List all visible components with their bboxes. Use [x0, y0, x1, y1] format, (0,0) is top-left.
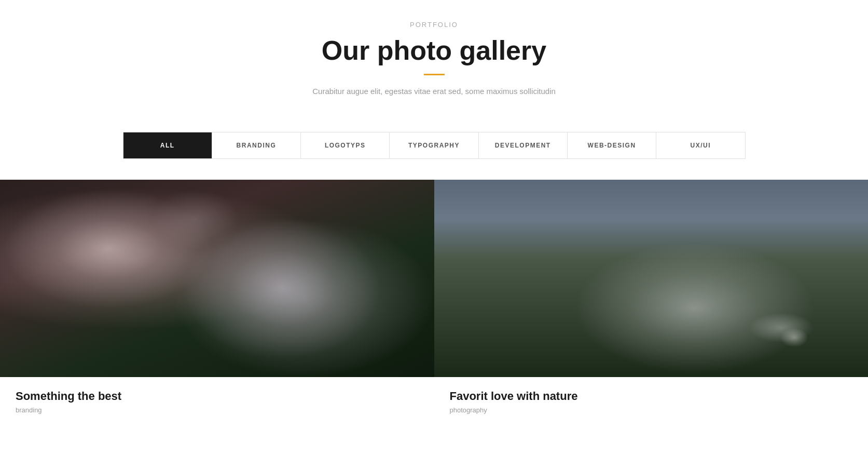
filter-tab-ux-ui[interactable]: UX/UI	[656, 132, 745, 158]
filter-tab-development[interactable]: DEVELOPMENT	[479, 132, 568, 158]
gallery-item-1[interactable]: Something the best branding	[0, 180, 434, 424]
filter-tab-typography[interactable]: TYPOGRAPHY	[390, 132, 478, 158]
gallery-caption-1: Something the best branding	[0, 377, 434, 424]
gallery-caption-2: Favorit love with nature photography	[434, 377, 869, 424]
filter-nav: ALL BRANDING LOGOTYPS TYPOGRAPHY DEVELOP…	[123, 132, 746, 159]
title-divider	[424, 74, 445, 75]
gallery-image-2	[434, 180, 869, 377]
filter-tab-branding[interactable]: BRANDING	[212, 132, 301, 158]
gallery-item-title-1: Something the best	[16, 390, 419, 403]
gallery-subtitle: Curabitur augue elit, egestas vitae erat…	[10, 87, 858, 96]
filter-tab-web-design[interactable]: WEB-DESIGN	[568, 132, 656, 158]
page-wrapper: PORTFOLIO Our photo gallery Curabitur au…	[0, 0, 868, 424]
page-title: Our photo gallery	[10, 36, 858, 65]
gallery-image-1	[0, 180, 434, 377]
gallery-item-category-2: photography	[450, 406, 853, 414]
portfolio-label: PORTFOLIO	[10, 21, 858, 29]
gallery-item-category-1: branding	[16, 406, 419, 414]
filter-tab-all[interactable]: ALL	[123, 132, 212, 158]
filter-tab-logotyps[interactable]: LOGOTYPS	[301, 132, 390, 158]
gallery-grid: Something the best branding Favorit love…	[0, 180, 868, 424]
gallery-item-title-2: Favorit love with nature	[450, 390, 853, 403]
header-section: PORTFOLIO Our photo gallery Curabitur au…	[0, 0, 868, 111]
gallery-item-2[interactable]: Favorit love with nature photography	[434, 180, 869, 424]
